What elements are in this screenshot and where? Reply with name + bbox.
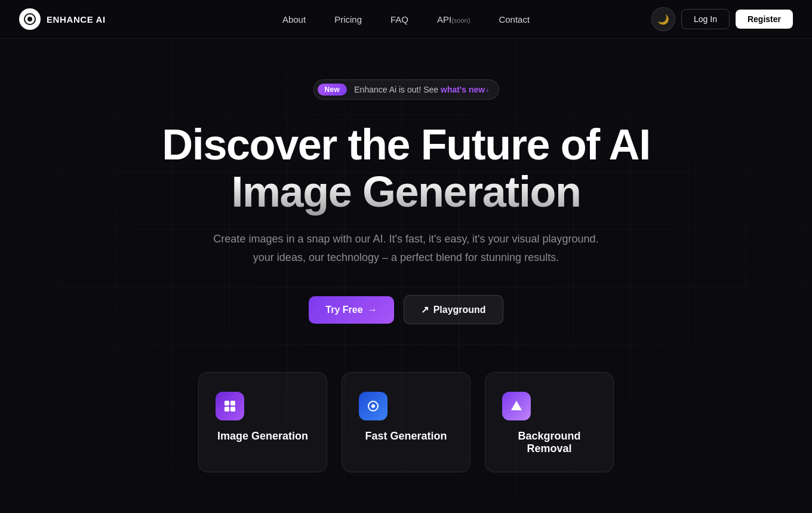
nav-links: About Pricing FAQ API(soon) Contact <box>270 10 542 29</box>
badge-new-label: New <box>318 84 347 96</box>
nav-about[interactable]: About <box>270 10 318 29</box>
try-free-button[interactable]: Try Free → <box>309 296 393 324</box>
whats-new-link[interactable]: what's new <box>441 85 485 94</box>
svg-marker-8 <box>511 401 522 410</box>
dark-mode-toggle[interactable]: 🌙 <box>651 7 675 31</box>
nav-api[interactable]: API(soon) <box>425 10 482 29</box>
badge-message: Enhance Ai is out! See what's new› <box>354 85 488 94</box>
background-removal-icon <box>502 392 531 420</box>
fast-generation-title: Fast Generation <box>359 430 453 443</box>
cta-buttons: Try Free → ↗ Playground <box>137 295 675 324</box>
svg-point-7 <box>371 404 375 408</box>
nav-contact[interactable]: Contact <box>487 10 542 29</box>
nav-faq[interactable]: FAQ <box>379 10 420 29</box>
svg-point-1 <box>27 17 32 21</box>
svg-rect-2 <box>224 401 229 406</box>
feature-cards-section: Image Generation Fast Generation Backgro… <box>179 372 633 472</box>
login-button[interactable]: Log In <box>681 9 730 29</box>
announcement-badge-row: New Enhance Ai is out! See what's new› <box>137 79 675 100</box>
background-removal-title: Background Removal <box>502 430 596 455</box>
hero-subtitle: Create images in a snap with our AI. It'… <box>203 230 609 266</box>
nav-pricing[interactable]: Pricing <box>322 10 374 29</box>
logo-text: ENHANCE AI <box>47 14 106 24</box>
feature-card-fast-generation: Fast Generation <box>342 372 470 472</box>
hero-content: New Enhance Ai is out! See what's new› D… <box>137 79 675 325</box>
fast-generation-icon <box>359 392 387 420</box>
feature-card-background-removal: Background Removal <box>485 372 614 472</box>
logo[interactable]: ENHANCE AI <box>19 8 106 30</box>
register-button[interactable]: Register <box>736 10 793 29</box>
hero-section: New Enhance Ai is out! See what's new› D… <box>0 0 812 513</box>
image-generation-icon <box>216 392 244 420</box>
image-generation-title: Image Generation <box>216 430 310 443</box>
hero-title: Discover the Future of AI Image Generati… <box>137 121 675 216</box>
logo-icon <box>19 8 41 30</box>
svg-rect-4 <box>224 407 229 411</box>
playground-button[interactable]: ↗ Playground <box>404 295 503 324</box>
nav-actions: 🌙 Log In Register <box>651 7 793 31</box>
announcement-badge: New Enhance Ai is out! See what's new› <box>313 79 499 100</box>
svg-rect-5 <box>230 407 235 411</box>
feature-card-image-generation: Image Generation <box>198 372 327 472</box>
svg-rect-3 <box>230 401 235 406</box>
navbar: ENHANCE AI About Pricing FAQ API(soon) C… <box>0 0 812 39</box>
